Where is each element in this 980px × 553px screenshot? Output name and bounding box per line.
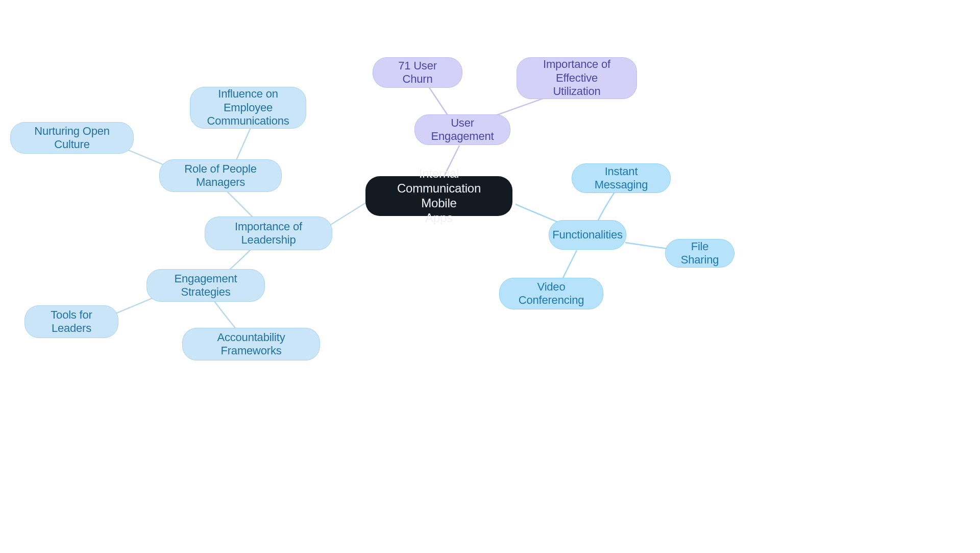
file-sharing-node[interactable]: File Sharing — [665, 239, 734, 268]
engagement-node[interactable]: Engagement Strategies — [146, 269, 265, 302]
root-node[interactable]: Internal Communication MobileApps — [365, 176, 512, 216]
user-churn-node[interactable]: 71 User Churn — [373, 57, 462, 88]
influence-node[interactable]: Influence on EmployeeCommunications — [190, 87, 306, 129]
messaging-node[interactable]: Instant Messaging — [572, 163, 671, 193]
functionalities-node[interactable]: Functionalities — [549, 220, 626, 250]
open-culture-node[interactable]: Nurturing Open Culture — [10, 122, 134, 154]
connection-lines — [0, 0, 980, 553]
mindmap-canvas: Internal Communication MobileApps Import… — [0, 0, 980, 553]
utilization-node[interactable]: Importance of EffectiveUtilization — [517, 57, 637, 99]
leadership-node[interactable]: Importance of Leadership — [205, 217, 332, 250]
user-engagement-node[interactable]: User Engagement — [414, 114, 510, 145]
accountability-node[interactable]: Accountability Frameworks — [182, 328, 320, 360]
video-node[interactable]: Video Conferencing — [499, 278, 603, 309]
tools-node[interactable]: Tools for Leaders — [24, 305, 118, 338]
people-managers-node[interactable]: Role of People Managers — [159, 159, 282, 192]
